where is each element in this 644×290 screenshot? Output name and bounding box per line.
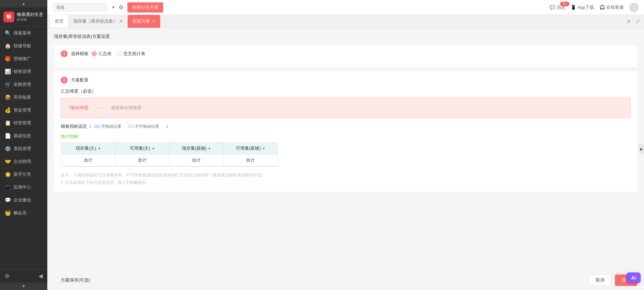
tab-close-new-plan[interactable]: ✕ xyxy=(152,19,155,24)
nav-icon-new-guide: 🌟 xyxy=(5,171,11,177)
right-collapse-btn[interactable]: ▶ xyxy=(639,144,644,154)
radio-dot-cross xyxy=(117,51,122,56)
sidebar-item-app-center[interactable]: 📱应用中心 xyxy=(0,181,47,194)
stats-summary-text-1: 合计 xyxy=(138,157,147,163)
user-avatar[interactable] xyxy=(629,3,639,12)
sidebar-item-system[interactable]: ⚙️系统管理 xyxy=(0,142,47,155)
tab-new-plan[interactable]: 新建方案✕ xyxy=(128,15,160,28)
main-area: ▾ ⚙ 体验行业方案 💬 消息 99+ 📱 App下载 🎧 在线客服 首页现存量… xyxy=(47,0,644,290)
topbar-search-input[interactable] xyxy=(53,3,107,11)
stats-table: 现存量(主)▾可用量(主)▾现存量(基辅)▾可用量(基辅)▾合计合计合计合计 xyxy=(61,142,278,167)
stats-summary-text-2: 合计 xyxy=(192,157,201,163)
stats-table-header-row: 现存量(主)▾可用量(主)▾现存量(基辅)▾可用量(基辅)▾ xyxy=(61,143,277,154)
nav-icon-enterprise: 🤝 xyxy=(5,159,11,165)
nav-label-system: 系统管理 xyxy=(14,146,31,152)
topbar-gear-icon[interactable]: ⚙ xyxy=(119,4,123,10)
chevron-down-icon: ▾ xyxy=(112,5,115,10)
sidebar-item-search[interactable]: 🔍搜索菜单 xyxy=(0,27,47,40)
page-title: 现存量(库存状况表)方案设置 xyxy=(54,33,637,40)
nav-icon-system: ⚙️ xyxy=(5,146,11,152)
legend-draggable: 可拖动位置 xyxy=(94,124,121,129)
nav-label-sales: 销售管理 xyxy=(14,69,31,75)
dimension-area[interactable]: *纵向维度 —— 请选择分组维度 xyxy=(61,98,630,118)
nav-label-new-guide: 新手引导 xyxy=(14,171,31,177)
template-radio-group: 汇总表交叉统计表 xyxy=(92,51,145,57)
stats-header-cell-2[interactable]: 现存量(基辅)▾ xyxy=(169,143,223,154)
footer-area: 方案保存(可选) 取消 查询 xyxy=(47,270,644,290)
nav-icon-purchase: 🛒 xyxy=(5,81,11,88)
audio-icon[interactable]: ◀ xyxy=(39,273,43,279)
app-download[interactable]: 📱 App下载 xyxy=(571,4,594,10)
step1-section: 1 选择模板 汇总表交叉统计表 xyxy=(54,45,637,67)
sidebar-logo: 畅 畅康通好生意 标准版 xyxy=(0,7,47,27)
content-area: 现存量(库存状况表)方案设置 1 选择模板 汇总表交叉统计表 2 方案配置 汇总… xyxy=(47,28,644,270)
nav-icon-quick-nav: 🏠 xyxy=(5,43,11,49)
sidebar-nav: 🔍搜索菜单🏠快捷导航🎁营销推广📊销售管理🛒采购管理📦库存核算💰资金管理📋经营管理… xyxy=(0,27,47,269)
expand-tab-icon[interactable]: ⤢ xyxy=(634,17,641,26)
sidebar-item-sales[interactable]: 📊销售管理 xyxy=(0,65,47,78)
sidebar-scroll-up[interactable]: ▲ xyxy=(0,0,47,7)
stats-header-cell-3[interactable]: 可用量(基辅)▾ xyxy=(223,143,277,154)
step1-header: 1 选择模板 汇总表交叉统计表 xyxy=(61,50,630,57)
tip-item-1: 2. 点击标题栏下拉可设置排序、插入列和删除列 xyxy=(61,179,630,187)
sidebar-item-finance[interactable]: 💰资金管理 xyxy=(0,104,47,117)
stats-col-1: 可用量(主)▾ xyxy=(115,143,169,154)
sidebar-item-new-guide[interactable]: 🌟新手引导 xyxy=(0,168,47,181)
nav-label-inventory: 库存核算 xyxy=(14,94,31,100)
nondraggable-legend-icon xyxy=(128,125,133,128)
settings-icon[interactable]: ⚙ xyxy=(5,273,9,279)
app-icon: 📱 xyxy=(571,5,576,10)
cancel-button[interactable]: 取消 xyxy=(589,274,612,286)
sidebar-item-wechat[interactable]: 💬企业微信 xyxy=(0,194,47,207)
sidebar-item-enterprise[interactable]: 🤝企业协同 xyxy=(0,155,47,168)
sidebar-item-basic-info[interactable]: 📄基础信息 xyxy=(0,129,47,142)
sidebar-item-purchase[interactable]: 🛒采购管理 xyxy=(0,78,47,91)
save-label: 方案保存(可选) xyxy=(61,277,90,283)
nav-icon-sales: 📊 xyxy=(5,69,11,75)
tab-label-inventory-status: 现存量（库存状况表） xyxy=(73,18,117,24)
tab-home[interactable]: 首页 xyxy=(50,15,69,28)
app-download-label: App下载 xyxy=(577,4,594,10)
stats-header-cell-0[interactable]: 现存量(主)▾ xyxy=(61,143,115,154)
nav-label-search: 搜索菜单 xyxy=(14,30,31,36)
online-service[interactable]: 🎧 在线客服 xyxy=(599,4,624,10)
message-badge[interactable]: 💬 消息 99+ xyxy=(550,4,565,10)
app-version: 标准版 xyxy=(17,17,43,22)
indicator-settings-text: 模板指标设定（ xyxy=(61,123,92,129)
stats-header-text-3: 可用量(基辅) xyxy=(236,145,261,151)
nav-label-finance: 资金管理 xyxy=(14,107,31,113)
sidebar-item-quick-nav[interactable]: 🏠快捷导航 xyxy=(0,40,47,52)
sidebar-item-marketing[interactable]: 🎁营销推广 xyxy=(0,52,47,65)
topbar-dropdown[interactable]: ▾ xyxy=(111,5,115,10)
tips-section: 提示： 1.拖动标题栏可以调整布局，不可跨维度或指标区域拖动栏目字段(只能在同一… xyxy=(61,172,630,186)
nav-label-operations: 经营管理 xyxy=(14,120,31,126)
app-logo-icon: 畅 xyxy=(3,11,14,22)
service-icon: 🎧 xyxy=(599,5,605,10)
trial-button[interactable]: 体验行业方案 xyxy=(127,2,163,13)
nav-icon-operations: 📋 xyxy=(5,120,11,126)
nav-icon-finance: 💰 xyxy=(5,107,11,113)
sidebar-scroll-down[interactable]: ▼ xyxy=(0,283,47,290)
step2-number: 2 xyxy=(61,77,68,83)
sidebar-item-operations[interactable]: 📋经营管理 xyxy=(0,117,47,129)
chevron-down-icon-1: ▾ xyxy=(152,146,154,151)
tab-label-new-plan: 新建方案 xyxy=(132,18,150,24)
nav-icon-app-center: 📱 xyxy=(5,184,11,190)
close-tab-icon[interactable]: ✕ xyxy=(625,17,632,26)
tab-inventory-status[interactable]: 现存量（库存状况表）✕ xyxy=(69,15,128,28)
stats-col-0: 现存量(主)▾ xyxy=(61,143,115,154)
radio-label-cross: 交叉统计表 xyxy=(123,51,145,57)
radio-cross[interactable]: 交叉统计表 xyxy=(117,51,145,57)
ai-float-button[interactable]: Ai xyxy=(626,272,641,283)
sidebar-item-inventory[interactable]: 📦库存核算 xyxy=(0,91,47,104)
stats-summary-text-0: 合计 xyxy=(84,157,93,163)
nav-label-member: 畅会员 xyxy=(14,210,27,216)
stats-header-cell-1[interactable]: 可用量(主)▾ xyxy=(115,143,169,154)
save-checkbox[interactable] xyxy=(54,278,59,283)
tab-close-inventory-status[interactable]: ✕ xyxy=(119,19,123,24)
message-icon: 💬 xyxy=(550,5,555,10)
nav-icon-marketing: 🎁 xyxy=(5,56,11,62)
radio-summary[interactable]: 汇总表 xyxy=(92,51,112,57)
sidebar-item-member[interactable]: 👑畅会员 xyxy=(0,207,47,219)
draggable-legend-icon xyxy=(94,125,100,128)
